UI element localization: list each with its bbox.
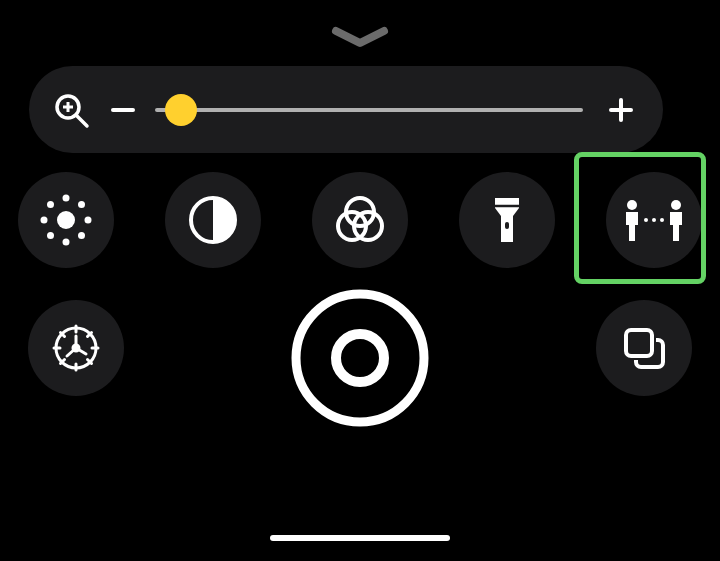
multi-window-button[interactable] xyxy=(596,300,692,396)
svg-line-1 xyxy=(76,115,87,126)
zoom-out-button[interactable] xyxy=(103,90,143,130)
svg-point-40 xyxy=(296,294,424,422)
contrast-button[interactable] xyxy=(165,172,261,268)
svg-rect-20 xyxy=(505,222,509,229)
svg-point-15 xyxy=(78,232,85,239)
zoom-slider-thumb[interactable] xyxy=(165,94,197,126)
shutter-button[interactable] xyxy=(288,286,432,434)
svg-point-25 xyxy=(652,218,656,222)
color-filters-button[interactable] xyxy=(312,172,408,268)
zoom-slider[interactable] xyxy=(155,108,583,112)
people-detection-icon xyxy=(618,195,690,245)
flashlight-button[interactable] xyxy=(459,172,555,268)
zoom-bar xyxy=(29,66,663,153)
svg-point-22 xyxy=(627,200,637,210)
brightness-button[interactable] xyxy=(18,172,114,268)
home-indicator[interactable] xyxy=(270,535,450,541)
svg-point-9 xyxy=(63,239,70,246)
zoom-in-button[interactable] xyxy=(601,90,641,130)
plus-icon xyxy=(606,95,636,125)
svg-point-11 xyxy=(85,217,92,224)
svg-point-23 xyxy=(671,200,681,210)
color-filters-icon xyxy=(332,192,388,248)
capture-icon xyxy=(288,286,432,430)
contrast-icon xyxy=(187,194,239,246)
svg-point-13 xyxy=(78,201,85,208)
svg-point-12 xyxy=(47,201,54,208)
magnifier-plus-icon xyxy=(51,90,91,130)
bottom-controls-row xyxy=(18,300,702,420)
settings-gear-icon xyxy=(50,322,102,374)
minus-icon xyxy=(108,95,138,125)
flashlight-icon xyxy=(485,194,529,246)
brightness-icon xyxy=(36,190,96,250)
svg-point-8 xyxy=(63,195,70,202)
svg-point-7 xyxy=(57,211,75,229)
multi-window-icon xyxy=(619,323,669,373)
svg-point-26 xyxy=(660,218,664,222)
svg-point-24 xyxy=(644,218,648,222)
people-detection-button[interactable] xyxy=(606,172,702,268)
svg-point-41 xyxy=(336,334,384,382)
chevron-down-icon xyxy=(330,25,390,49)
svg-rect-42 xyxy=(626,330,652,356)
svg-point-10 xyxy=(41,217,48,224)
svg-point-14 xyxy=(47,232,54,239)
collapse-handle[interactable] xyxy=(320,22,400,52)
controls-row xyxy=(18,170,702,270)
settings-button[interactable] xyxy=(28,300,124,396)
